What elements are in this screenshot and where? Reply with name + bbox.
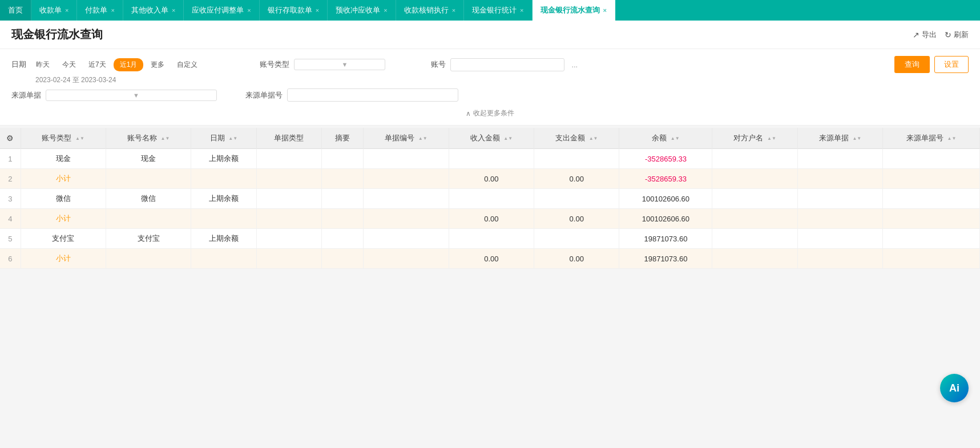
nav-adjust-close[interactable]: × bbox=[247, 7, 251, 14]
refresh-button[interactable]: ↻ 刷新 bbox=[945, 30, 969, 40]
nav-payments-close[interactable]: × bbox=[111, 7, 114, 14]
col-source-doc-no[interactable]: 来源单据号 ▲▼ bbox=[883, 128, 980, 149]
date-range-text: 2023-02-24 至 2023-03-24 bbox=[35, 76, 116, 84]
cell-expense bbox=[534, 149, 619, 169]
table-row[interactable]: 1 现金 现金 上期余额 -3528659.33 bbox=[0, 149, 980, 169]
sort-account-type: ▲▼ bbox=[75, 136, 84, 141]
nav-cashflow-close[interactable]: × bbox=[603, 7, 607, 14]
query-button[interactable]: 查询 bbox=[894, 56, 930, 73]
date-btn-7days[interactable]: 近7天 bbox=[83, 58, 111, 71]
nav-bank-deposit-close[interactable]: × bbox=[316, 7, 319, 14]
nav-stats-close[interactable]: × bbox=[520, 7, 523, 14]
col-doc-no[interactable]: 单据编号 ▲▼ bbox=[364, 128, 449, 149]
cell-row-num: 2 bbox=[0, 169, 21, 189]
source-doc-no-input[interactable] bbox=[292, 91, 453, 99]
filter-row-1: 日期 昨天 今天 近7天 近1月 更多 自定义 账号类型 ▼ 账号 .. bbox=[11, 56, 969, 73]
col-account-type[interactable]: 账号类型 ▲▼ bbox=[21, 128, 106, 149]
col-date[interactable]: 日期 ▲▼ bbox=[191, 128, 256, 149]
cell-balance: -3528659.33 bbox=[619, 149, 712, 169]
cell-balance: 100102606.60 bbox=[619, 209, 712, 229]
cell-income: 0.00 bbox=[449, 249, 534, 269]
source-doc-select[interactable]: ▼ bbox=[46, 90, 217, 101]
nav-receipts[interactable]: 收款单 × bbox=[31, 0, 77, 21]
cell-summary bbox=[321, 209, 364, 229]
cell-source-doc-no bbox=[883, 149, 980, 169]
cell-balance: -3528659.33 bbox=[619, 169, 712, 189]
nav-advance-label: 预收冲应收单 bbox=[336, 5, 380, 15]
cell-balance: 19871073.60 bbox=[619, 229, 712, 249]
col-income[interactable]: 收入金额 ▲▼ bbox=[449, 128, 534, 149]
cell-account-name: 支付宝 bbox=[106, 229, 191, 249]
gear-icon[interactable]: ⚙ bbox=[6, 134, 14, 143]
nav-payments[interactable]: 付款单 × bbox=[77, 0, 123, 21]
nav-advance-close[interactable]: × bbox=[384, 7, 387, 14]
cell-account-type: 支付宝 bbox=[21, 229, 106, 249]
cell-doc-no bbox=[364, 189, 449, 209]
cell-row-num: 3 bbox=[0, 189, 21, 209]
nav-bank-deposit[interactable]: 银行存取款单 × bbox=[260, 0, 328, 21]
nav-adjust[interactable]: 应收应付调整单 × bbox=[184, 0, 259, 21]
cell-doc-type bbox=[256, 209, 321, 229]
nav-collection-close[interactable]: × bbox=[452, 7, 455, 14]
cell-account-name bbox=[106, 209, 191, 229]
date-btn-custom[interactable]: 自定义 bbox=[172, 58, 203, 71]
cell-date bbox=[191, 169, 256, 189]
nav-home-label: 首页 bbox=[8, 5, 23, 15]
page-header: 现金银行流水查询 ↗ 导出 ↻ 刷新 bbox=[0, 21, 980, 49]
date-btn-1month[interactable]: 近1月 bbox=[114, 58, 144, 71]
date-btn-yesterday[interactable]: 昨天 bbox=[31, 58, 55, 71]
settings-button[interactable]: 设置 bbox=[934, 56, 969, 73]
account-more-btn[interactable]: ... bbox=[569, 60, 580, 69]
cell-doc-no bbox=[364, 249, 449, 269]
table-row[interactable]: 4 小计 0.00 0.00 100102606.60 bbox=[0, 209, 980, 229]
export-button[interactable]: ↗ 导出 bbox=[913, 30, 937, 40]
col-account-name[interactable]: 账号名称 ▲▼ bbox=[106, 128, 191, 149]
nav-receipts-label: 收款单 bbox=[39, 5, 62, 15]
nav-other-income[interactable]: 其他收入单 × bbox=[123, 0, 184, 21]
nav-other-income-close[interactable]: × bbox=[172, 7, 175, 14]
cell-expense: 0.00 bbox=[534, 249, 619, 269]
date-filter-group: 日期 昨天 今天 近7天 近1月 更多 自定义 bbox=[11, 58, 203, 71]
date-range-display: 2023-02-24 至 2023-03-24 bbox=[33, 75, 969, 85]
date-btn-more[interactable]: 更多 bbox=[146, 58, 170, 71]
account-input-wrap bbox=[450, 58, 564, 71]
nav-home[interactable]: 首页 bbox=[0, 0, 31, 21]
col-expense[interactable]: 支出金额 ▲▼ bbox=[534, 128, 619, 149]
collapse-bar[interactable]: ∧ 收起更多条件 bbox=[11, 106, 969, 120]
col-balance[interactable]: 余额 ▲▼ bbox=[619, 128, 712, 149]
cell-row-num: 4 bbox=[0, 209, 21, 229]
export-label: 导出 bbox=[922, 30, 937, 40]
nav-cashflow[interactable]: 现金银行流水查询 × bbox=[533, 0, 615, 21]
sort-source-doc: ▲▼ bbox=[852, 136, 861, 141]
sort-account-name: ▲▼ bbox=[160, 136, 170, 141]
account-type-select[interactable]: ▼ bbox=[294, 59, 385, 70]
cell-counterpart bbox=[712, 249, 797, 269]
account-type-label: 账号类型 bbox=[260, 59, 289, 70]
date-btn-today[interactable]: 今天 bbox=[57, 58, 81, 71]
table-row[interactable]: 6 小计 0.00 0.00 19871073.60 bbox=[0, 249, 980, 269]
table-row[interactable]: 2 小计 0.00 0.00 -3528659.33 bbox=[0, 169, 980, 189]
account-input[interactable] bbox=[455, 60, 559, 69]
cell-row-num: 1 bbox=[0, 149, 21, 169]
col-settings[interactable]: ⚙ bbox=[0, 128, 21, 149]
nav-stats[interactable]: 现金银行统计 × bbox=[464, 0, 532, 21]
account-label: 账号 bbox=[431, 59, 446, 70]
source-doc-label: 来源单据 bbox=[11, 90, 41, 100]
nav-receipts-close[interactable]: × bbox=[65, 7, 68, 14]
nav-advance[interactable]: 预收冲应收单 × bbox=[328, 0, 396, 21]
cell-summary bbox=[321, 249, 364, 269]
table-row[interactable]: 5 支付宝 支付宝 上期余额 19871073.60 bbox=[0, 229, 980, 249]
cell-expense: 0.00 bbox=[534, 209, 619, 229]
table-row[interactable]: 3 微信 微信 上期余额 100102606.60 bbox=[0, 189, 980, 209]
cell-balance: 19871073.60 bbox=[619, 249, 712, 269]
refresh-icon: ↻ bbox=[945, 30, 951, 39]
col-source-doc[interactable]: 来源单据 ▲▼ bbox=[797, 128, 882, 149]
sort-date: ▲▼ bbox=[228, 136, 237, 141]
source-doc-no-input-wrap bbox=[287, 88, 458, 102]
cell-expense bbox=[534, 189, 619, 209]
nav-collection-label: 收款核销执行 bbox=[404, 5, 449, 15]
cell-doc-no bbox=[364, 169, 449, 189]
cell-doc-no bbox=[364, 149, 449, 169]
nav-collection[interactable]: 收款核销执行 × bbox=[396, 0, 464, 21]
col-counterpart[interactable]: 对方户名 ▲▼ bbox=[712, 128, 797, 149]
